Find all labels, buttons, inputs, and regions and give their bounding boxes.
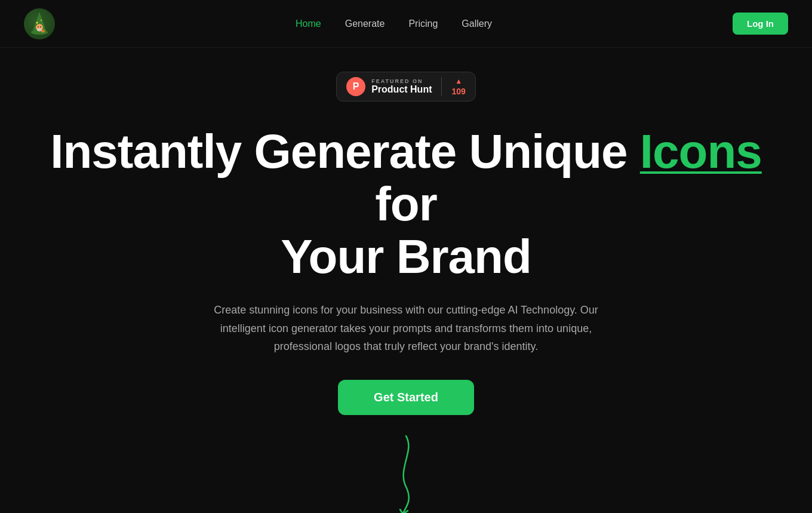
nav-item-gallery[interactable]: Gallery: [462, 19, 492, 29]
hero-heading-accent: Icons: [640, 125, 762, 178]
get-started-button[interactable]: Get Started: [338, 380, 474, 415]
arrow-decoration: [388, 433, 424, 513]
svg-point-4: [41, 20, 42, 21]
navigation: Home Generate Pricing Gallery Log In: [0, 0, 812, 48]
product-hunt-logo: P: [346, 77, 365, 96]
product-hunt-badge[interactable]: P FEATURED ON Product Hunt ▲ 109: [336, 72, 476, 102]
main-content: P FEATURED ON Product Hunt ▲ 109 Instant…: [0, 48, 812, 513]
product-hunt-featured-label: FEATURED ON: [371, 78, 423, 84]
hero-heading: Instantly Generate Unique Icons forYour …: [48, 125, 764, 283]
svg-point-7: [40, 26, 41, 27]
nav-item-pricing[interactable]: Pricing: [408, 19, 438, 29]
hero-heading-part2: forYour Brand: [281, 177, 531, 283]
logo-icon: [24, 8, 55, 39]
hero-heading-part1: Instantly Generate Unique: [50, 125, 640, 178]
product-hunt-count: 109: [451, 87, 465, 96]
svg-point-3: [36, 21, 38, 23]
login-button[interactable]: Log In: [733, 13, 788, 35]
nav-item-generate[interactable]: Generate: [345, 19, 385, 29]
product-hunt-text: FEATURED ON Product Hunt: [371, 78, 432, 95]
svg-point-6: [38, 26, 39, 27]
hero-subheading: Create stunning icons for your business …: [191, 301, 621, 356]
svg-point-9: [41, 29, 45, 32]
logo[interactable]: [24, 8, 55, 39]
nav-item-home[interactable]: Home: [296, 19, 321, 29]
nav-links: Home Generate Pricing Gallery: [296, 19, 492, 29]
product-hunt-divider: [441, 77, 442, 96]
svg-point-8: [37, 28, 42, 31]
upvote-triangle-icon: ▲: [455, 77, 462, 85]
product-hunt-name: Product Hunt: [371, 84, 432, 95]
product-hunt-score: ▲ 109: [451, 77, 465, 96]
